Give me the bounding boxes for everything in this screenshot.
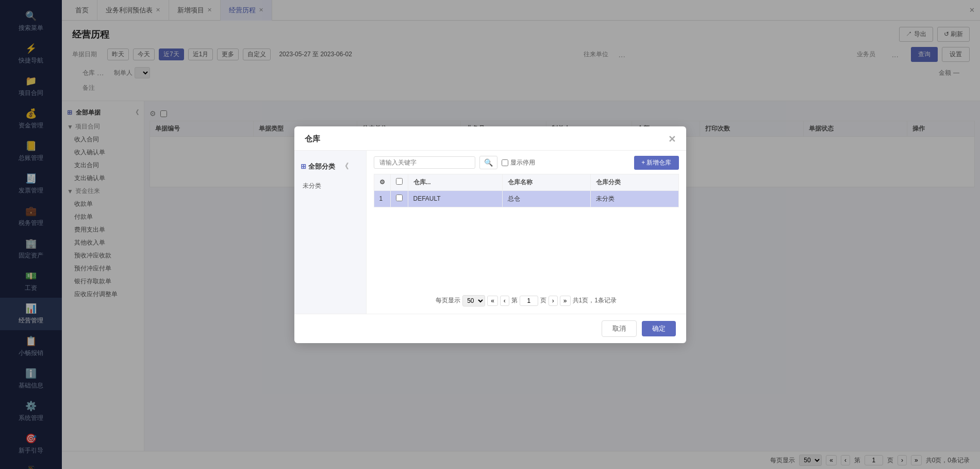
modal-last-page-btn[interactable]: »: [560, 296, 571, 306]
modal-row-name: 总仓: [502, 190, 590, 207]
modal-header: 仓库 ✕: [294, 126, 686, 151]
modal-overlay: 仓库 ✕ ⊞ 全部分类 《 未分类 🔍: [0, 0, 980, 469]
modal-table-container: ⚙ 仓库... 仓库名称 仓库分类 1: [374, 174, 679, 291]
modal-pagination: 每页显示 50 « ‹ 第 页 › » 共1页，1条记录: [374, 291, 679, 309]
modal-table-header: ⚙ 仓库... 仓库名称 仓库分类: [374, 174, 678, 190]
modal-grid-icon: ⊞: [301, 163, 306, 170]
modal-prev-page-btn[interactable]: ‹: [500, 296, 509, 306]
modal-cancel-button[interactable]: 取消: [602, 320, 637, 337]
modal-page-word: 第: [511, 296, 518, 305]
modal-next-page-btn[interactable]: ›: [549, 296, 558, 306]
modal-add-warehouse-button[interactable]: + 新增仓库: [634, 156, 678, 170]
modal-left-item-uncategorized[interactable]: 未分类: [294, 179, 366, 193]
modal-right-panel: 🔍 显示停用 + 新增仓库 ⚙: [367, 151, 686, 314]
modal-page-input[interactable]: [520, 296, 538, 306]
modal-body: ⊞ 全部分类 《 未分类 🔍 显示停用: [294, 151, 686, 314]
modal-row-code: DEFAULT: [408, 190, 502, 207]
modal-footer: 取消 确定: [294, 314, 686, 343]
modal-collapse-icon[interactable]: 《: [337, 159, 353, 174]
modal-select-all[interactable]: [396, 178, 403, 185]
modal-col-gear: ⚙: [374, 174, 390, 190]
modal-row-checkbox[interactable]: [390, 190, 408, 207]
modal-left-header: ⊞ 全部分类 《: [294, 155, 366, 179]
modal-table-row[interactable]: 1 DEFAULT 总仓 未分类: [374, 190, 678, 207]
modal-close-button[interactable]: ✕: [668, 134, 676, 145]
modal-per-page-label: 每页显示: [436, 296, 460, 305]
modal-show-disabled-label[interactable]: 显示停用: [502, 158, 535, 167]
modal-search-input[interactable]: [374, 156, 476, 169]
modal-all-categories: 全部分类: [308, 162, 335, 171]
modal-row-num: 1: [374, 190, 390, 207]
modal-col-category: 仓库分类: [590, 174, 678, 190]
modal-page-label: 页: [540, 296, 546, 305]
warehouse-modal: 仓库 ✕ ⊞ 全部分类 《 未分类 🔍: [294, 126, 686, 343]
modal-total: 共1页，1条记录: [573, 296, 617, 305]
modal-confirm-button[interactable]: 确定: [642, 321, 676, 336]
modal-left-panel: ⊞ 全部分类 《 未分类: [294, 151, 367, 314]
modal-per-page-select[interactable]: 50: [462, 295, 485, 306]
modal-col-code: 仓库...: [408, 174, 502, 190]
modal-toolbar: 🔍 显示停用 + 新增仓库: [374, 156, 679, 170]
show-disabled-checkbox[interactable]: [502, 159, 508, 166]
modal-first-page-btn[interactable]: «: [487, 296, 498, 306]
row-checkbox[interactable]: [396, 195, 403, 201]
modal-title: 仓库: [305, 134, 320, 144]
modal-col-name: 仓库名称: [502, 174, 590, 190]
modal-table: ⚙ 仓库... 仓库名称 仓库分类 1: [374, 174, 679, 207]
modal-col-checkbox: [390, 174, 408, 190]
modal-row-category: 未分类: [590, 190, 678, 207]
modal-search-button[interactable]: 🔍: [479, 156, 497, 169]
